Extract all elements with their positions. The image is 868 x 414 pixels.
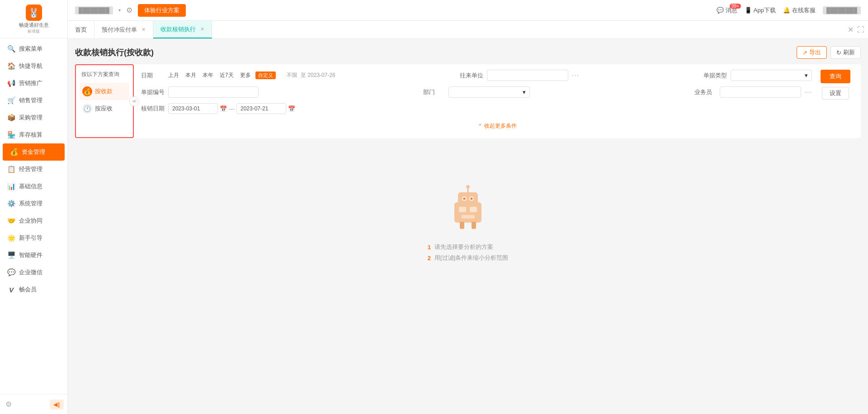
staff-more-icon[interactable]: ··· (805, 88, 812, 96)
sidebar-item-hardware[interactable]: 🖥️ 智能硬件 (0, 247, 67, 264)
sidebar-item-purchase[interactable]: 📦 采购管理 (0, 109, 67, 126)
writeoff-date-label: 核销日期 (141, 105, 165, 113)
by-receipt-label: 按收款 (95, 87, 113, 95)
tab-receipt-writeoff-close-icon[interactable]: ✕ (200, 26, 204, 32)
date-no-limit: 不限 至 2023-07-26 (287, 71, 335, 79)
empty-hint-1-text: 请先选择要分析的方案 (434, 243, 493, 251)
main-area: ████████ ▾ ⚙ 体验行业方案 💬 消息 99+ 📱 App下载 🔔 在… (68, 0, 868, 414)
dept-select[interactable]: ▾ (448, 86, 530, 98)
export-icon: ↗ (802, 49, 807, 56)
writeoff-date-start-input[interactable] (168, 103, 218, 114)
sidebar-item-marketing[interactable]: 📢 营销推广 (0, 75, 67, 92)
filter-sidebar-collapse-button[interactable]: ≪ (129, 96, 139, 106)
gear-icon[interactable]: ⚙ (126, 6, 132, 14)
filter-field-doctype: 单据类型 ▾ (703, 70, 812, 81)
sidebar-item-system[interactable]: ⚙️ 系统管理 (0, 195, 67, 212)
sidebar-item-label: 资金管理 (22, 148, 45, 156)
refresh-button[interactable]: ↻ 刷新 (830, 46, 861, 59)
tab-close-all-button[interactable]: ✕ (848, 25, 854, 34)
sidebar-collapse-button[interactable]: ◀‖ (50, 400, 64, 409)
page-title-bar: 收款核销执行(按收款) ↗ 导出 ↻ 刷新 (75, 46, 861, 59)
empty-texts: 1 请先选择要分析的方案 2 用[过滤]条件来缩小分析范围 (428, 243, 508, 265)
date-shortcut-7days[interactable]: 近7天 (218, 71, 236, 80)
top-header: ████████ ▾ ⚙ 体验行业方案 💬 消息 99+ 📱 App下载 🔔 在… (68, 0, 868, 21)
filter-option-by-receipt[interactable]: 💰 按收款 (80, 83, 129, 100)
svg-rect-1 (459, 207, 466, 212)
filter-option-by-receivable[interactable]: 🕐 按应收 (80, 100, 129, 117)
page-container: 收款核销执行(按收款) ↗ 导出 ↻ 刷新 按以下方案查询 (68, 39, 868, 308)
online-service-button[interactable]: 🔔 在线客服 (783, 6, 816, 14)
query-button[interactable]: 查询 (821, 70, 850, 83)
writeoff-date-end-input[interactable] (236, 103, 286, 114)
tab-prepay-close-icon[interactable]: ✕ (142, 27, 146, 33)
message-badge: 99+ (730, 4, 741, 9)
collapse-more-label: 收起更多条件 (484, 122, 517, 130)
collapse-more-icon: ⌃ (478, 123, 482, 129)
sidebar-item-ops[interactable]: 📋 经营管理 (0, 161, 67, 178)
tab-prepay[interactable]: 预付冲应付单 ✕ (94, 21, 153, 38)
filter-field-docno: 单据编号 (141, 86, 259, 98)
sidebar-item-search-menu[interactable]: 🔍 搜索菜单 (0, 40, 67, 57)
page-actions: ↗ 导出 ↻ 刷新 (797, 46, 861, 59)
sidebar-item-member[interactable]: V 畅会员 (0, 281, 67, 298)
doctype-chevron-icon: ▾ (805, 72, 808, 79)
collapse-more-button[interactable]: ⌃ 收起更多条件 (141, 119, 854, 133)
sidebar-item-enterprise[interactable]: 🤝 企业协同 (0, 212, 67, 229)
dept-label: 部门 (423, 88, 445, 96)
chevron-down-icon[interactable]: ▾ (118, 8, 121, 13)
staff-input[interactable] (720, 86, 801, 98)
tab-fullscreen-button[interactable]: ⛶ (857, 26, 864, 34)
date-shortcut-lastmonth[interactable]: 上月 (166, 71, 181, 80)
app-label: App下载 (754, 6, 776, 14)
setting-button[interactable]: 设置 (822, 87, 849, 100)
capital-icon: 💰 (10, 148, 18, 156)
tab-home[interactable]: 首页 (68, 21, 94, 38)
app-logo-icon: 🐰 (26, 5, 42, 21)
date-shortcut-thisyear[interactable]: 本年 (201, 71, 215, 80)
sidebar-item-label: 经营管理 (19, 165, 42, 173)
sidebar-item-guide[interactable]: 🌟 新手引导 (0, 229, 67, 247)
settings-icon[interactable]: ⚙ (4, 398, 14, 410)
sidebar-item-quick-nav[interactable]: 🏠 快捷导航 (0, 57, 67, 75)
writeoff-date-end-cal-icon[interactable]: 📅 (288, 105, 295, 112)
sidebar: 🐰 畅捷通好生意 标准版 🔍 搜索菜单 🏠 快捷导航 📢 营销推广 🛒 销售管理… (0, 0, 68, 414)
writeoff-date-start-cal-icon[interactable]: 📅 (220, 105, 227, 112)
page-title: 收款核销执行(按收款) (75, 47, 154, 58)
tab-bar-actions: ✕ ⛶ (844, 21, 868, 38)
empty-hint-2-text: 用[过滤]条件来缩小分析范围 (434, 254, 508, 262)
filter-field-dept: 部门 ▾ (423, 86, 530, 98)
doctype-select[interactable]: ▾ (731, 70, 812, 81)
svg-rect-4 (460, 222, 464, 229)
app-download-button[interactable]: 📱 App下载 (745, 6, 776, 14)
filter-field-staff: 业务员 ··· (694, 86, 812, 98)
sidebar-item-capital[interactable]: 💰 资金管理 (3, 143, 65, 161)
sidebar-item-inventory[interactable]: 🏪 库存核算 (0, 126, 67, 143)
solution-button[interactable]: 体验行业方案 (138, 4, 186, 17)
date-label: 日期 (141, 71, 163, 80)
tab-receipt-writeoff[interactable]: 收款核销执行 ✕ (153, 21, 212, 38)
sidebar-footer: ⚙ ◀‖ (0, 394, 67, 414)
svg-rect-3 (461, 215, 475, 219)
date-shortcut-more[interactable]: 更多 (238, 71, 253, 80)
sidebar-item-label: 库存核算 (19, 131, 42, 139)
basic-icon: 📊 (7, 182, 15, 190)
refresh-icon: ↻ (836, 49, 841, 56)
export-button[interactable]: ↗ 导出 (797, 46, 827, 59)
member-icon: V (7, 286, 15, 294)
sidebar-item-wechat[interactable]: 💬 企业微信 (0, 264, 67, 281)
counterpart-input[interactable] (487, 70, 568, 81)
message-button[interactable]: 💬 消息 99+ (717, 6, 737, 14)
docno-input[interactable] (168, 86, 259, 98)
sidebar-item-label: 基础信息 (19, 182, 42, 190)
date-shortcut-thismonth[interactable]: 本月 (184, 71, 198, 80)
svg-point-10 (471, 198, 473, 200)
date-custom-button[interactable]: 自定义 (255, 71, 276, 79)
system-icon: ⚙️ (7, 200, 15, 208)
counterpart-label: 往来单位 (460, 71, 483, 80)
export-label: 导出 (809, 48, 821, 57)
filter-field-date: 日期 上月 本月 本年 近7天 更多 自定义 (141, 71, 276, 80)
sidebar-item-basic[interactable]: 📊 基础信息 (0, 178, 67, 195)
counterpart-more-icon[interactable]: ··· (572, 71, 579, 80)
sidebar-item-sales[interactable]: 🛒 销售管理 (0, 92, 67, 109)
ops-icon: 📋 (7, 165, 15, 173)
